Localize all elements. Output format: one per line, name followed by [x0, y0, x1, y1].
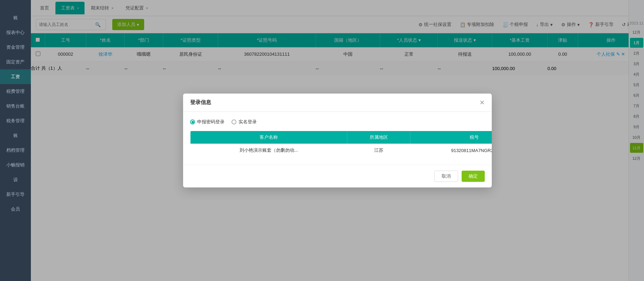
inner-col-taxno: 税号 [410, 131, 492, 144]
modal-footer: 取消 确定 [183, 165, 492, 187]
modal-overlay: 登录信息 ✕ 申报密码登录 实名登录 客户名称 所属 [31, 0, 644, 281]
radio-password-indicator [190, 119, 195, 124]
inner-cell-name: 刘小艳演示账套（勿删勿动... [190, 144, 347, 158]
inner-cell-region: 江苏 [347, 144, 410, 158]
sidebar-item-sales[interactable]: 销售台账 [0, 99, 31, 114]
client-table: 客户名称 所属地区 税号 个税密码 刘小艳演示账套（勿删勿动... 江苏 913… [190, 131, 492, 158]
sidebar-item-file[interactable]: 档档管理 [0, 143, 31, 158]
sidebar-item-expense[interactable]: 小畅报销 [0, 158, 31, 172]
sidebar: 账 报表中心 资金管理 固定资产 工资 税费管理 销售台账 税务管理 账 档档管… [0, 0, 31, 281]
sidebar-item-taxfee[interactable]: 税费管理 [0, 84, 31, 99]
sidebar-item-salary[interactable]: 工资 [0, 69, 31, 84]
modal-body: 申报密码登录 实名登录 客户名称 所属地区 税号 个税密码 [183, 112, 492, 165]
inner-col-region: 所属地区 [347, 131, 410, 144]
radio-realname-label: 实名登录 [239, 119, 257, 125]
sidebar-item-report[interactable]: 报表中心 [0, 25, 31, 40]
sidebar-item-ledger[interactable]: 账 [0, 128, 31, 143]
inner-table-row: 刘小艳演示账套（勿删勿动... 江苏 91320811MA7NGR2... [190, 144, 492, 158]
modal-close-button[interactable]: ✕ [479, 100, 485, 106]
radio-realname-login[interactable]: 实名登录 [232, 119, 257, 125]
sidebar-item-settings[interactable]: 设 [0, 172, 31, 187]
radio-password-login[interactable]: 申报密码登录 [190, 119, 224, 125]
sidebar-item-assets[interactable]: 固定资产 [0, 55, 31, 69]
cancel-button[interactable]: 取消 [434, 171, 458, 182]
inner-cell-taxno: 91320811MA7NGR2... [410, 144, 492, 158]
modal-header: 登录信息 ✕ [183, 94, 492, 112]
sidebar-item-taxadmin[interactable]: 税务管理 [0, 114, 31, 128]
sidebar-item-member[interactable]: 会员 [0, 202, 31, 217]
sidebar-item-accounting[interactable]: 账 [0, 11, 31, 25]
inner-col-name: 客户名称 [190, 131, 347, 144]
radio-password-label: 申报密码登录 [197, 119, 224, 125]
login-modal: 登录信息 ✕ 申报密码登录 实名登录 客户名称 所属 [183, 94, 492, 187]
modal-title: 登录信息 [190, 99, 211, 106]
confirm-button[interactable]: 确定 [462, 171, 485, 182]
inner-table-header: 客户名称 所属地区 税号 个税密码 [190, 131, 492, 144]
sidebar-item-guide[interactable]: 新手引导 [0, 187, 31, 202]
sidebar-item-fund[interactable]: 资金管理 [0, 40, 31, 55]
radio-realname-indicator [232, 119, 236, 124]
login-type-radio-group: 申报密码登录 实名登录 [190, 119, 485, 125]
